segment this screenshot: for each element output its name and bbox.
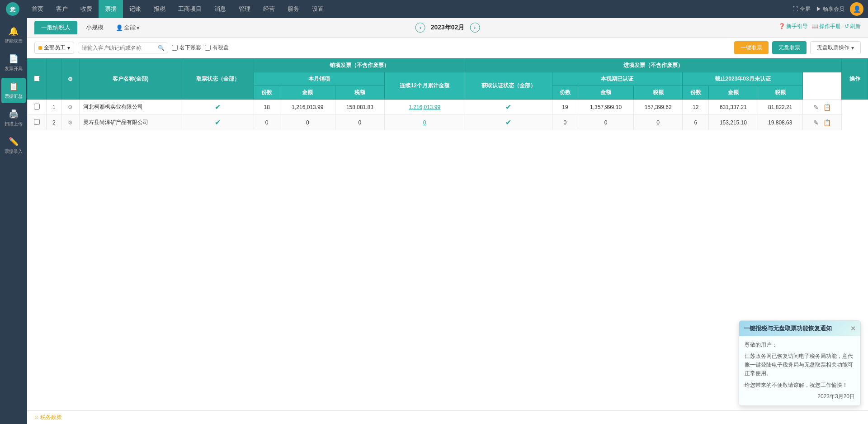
th-cert-status: 获取认证状态（全部） — [465, 72, 552, 100]
sidebar-item-invoice-summary[interactable]: 📋 票据汇总 — [1, 78, 26, 103]
tax-disk-checkbox[interactable]: 有税盘 — [205, 44, 229, 52]
row-index: 1 — [47, 100, 61, 115]
row-settings[interactable]: ⚙ — [61, 115, 79, 130]
dropdown-arrow: ▾ — [67, 45, 70, 51]
invoice-summary-icon: 📋 — [9, 81, 19, 91]
date-navigation: ‹ 2023年02月 › — [415, 23, 480, 33]
notification-greeting: 尊敬的用户： — [745, 341, 855, 349]
edit-icon[interactable]: ✎ — [813, 104, 819, 111]
th-copies-sales: 份数 — [254, 86, 280, 100]
row-tax-sales: 0 — [335, 115, 385, 130]
refresh-btn[interactable]: ↺ 刷新 — [844, 23, 861, 30]
th-index — [47, 59, 61, 100]
nav-service[interactable]: 服务 — [281, 0, 306, 18]
th-copies-cert: 份数 — [552, 86, 578, 100]
row-copies-uncert: 12 — [683, 100, 709, 115]
row-amount-cert: 0 — [578, 115, 634, 130]
select-all-checkbox[interactable] — [34, 76, 40, 81]
th-sales-invoice-group: 销项发票（不含作废票） — [254, 59, 465, 72]
dot-icon — [38, 46, 42, 50]
row-cert-status: ✔ — [465, 115, 552, 130]
search-icon[interactable]: 🔍 — [158, 45, 165, 51]
account-checkbox[interactable] — [172, 45, 178, 51]
fullscreen-btn[interactable]: ⛶ 全屏 — [793, 5, 810, 13]
next-month-btn[interactable]: › — [470, 23, 480, 33]
th-amount-sales: 金额 — [280, 86, 335, 100]
row-tax-sales: 158,081.83 — [335, 100, 385, 115]
th-checkbox — [28, 59, 47, 100]
manual-btn[interactable]: 📖 操作手册 — [811, 23, 841, 30]
nav-business[interactable]: 工商项目 — [172, 0, 208, 18]
nav-fee[interactable]: 收费 — [74, 0, 99, 18]
notification-close-btn[interactable]: ✕ — [850, 325, 856, 332]
notification-header: 一键报税与无盘取票功能恢复通知 ✕ — [739, 321, 860, 336]
notification-body: 尊敬的用户： 江苏政务网已恢复访问电子税务局功能，意代账一键登陆电子税务局与无盘… — [739, 336, 860, 405]
row-amount-sales: 0 — [280, 115, 335, 130]
nav-home[interactable]: 首页 — [25, 0, 50, 18]
nav-manage[interactable]: 管理 — [232, 0, 257, 18]
sidebar-item-label: 票据汇总 — [5, 93, 23, 100]
notification-body1: 江苏政务网已恢复访问电子税务局功能，意代账一键登陆电子税务局与无盘取票相关功能可… — [745, 352, 855, 378]
table-row: 2 ⚙ 灵寿县尚泽矿产品有限公司 ✔ 0 0 0 0 ✔ 0 0 0 6 153… — [28, 115, 868, 130]
avatar[interactable]: 👤 — [850, 2, 863, 16]
sidebar-item-invoice-entry[interactable]: ✏️ 票据录入 — [1, 133, 26, 158]
invoice-entry-icon: ✏️ — [9, 137, 19, 147]
employee-filter[interactable]: 全部员工 ▾ — [34, 42, 74, 54]
row-settings[interactable]: ⚙ — [61, 100, 79, 115]
prev-month-btn[interactable]: ‹ — [415, 23, 425, 33]
nav-tax[interactable]: 报税 — [147, 0, 172, 18]
top-navigation: 意 首页 客户 收费 票据 记账 报税 工商项目 消息 管理 经营 服务 设置 … — [0, 0, 868, 18]
row-cumulative-12: 1,216,013.99 — [384, 100, 465, 115]
notification-title: 一键报税与无盘取票功能恢复通知 — [744, 324, 832, 333]
person-icon: 👤 — [116, 24, 123, 31]
no-disk-btn[interactable]: 无盘取票 — [772, 41, 807, 54]
row-actions: ✎ 📋 — [802, 115, 841, 130]
th-tax-sales: 税额 — [335, 86, 385, 100]
sidebar-item-smart-ticket[interactable]: 🔔 智能取票 — [1, 23, 26, 48]
nav-items: 首页 客户 收费 票据 记账 报税 工商项目 消息 管理 经营 服务 设置 — [25, 0, 793, 18]
row-tax-cert: 157,399.62 — [633, 100, 683, 115]
row-amount-uncert: 153,215.10 — [709, 115, 758, 130]
detail-icon[interactable]: 📋 — [823, 119, 831, 126]
notification-popup: 一键报税与无盘取票功能恢复通知 ✕ 尊敬的用户： 江苏政务网已恢复访问电子税务局… — [739, 320, 861, 406]
main-tab-row: 一般纳税人 小规模 👤 全能 ▾ ‹ 2023年02月 › ❓ 新手引导 — [27, 18, 868, 38]
smart-ticket-icon: 🔔 — [9, 26, 19, 36]
nav-customer[interactable]: 客户 — [50, 0, 74, 18]
nav-settings[interactable]: 设置 — [306, 0, 330, 18]
new-guide-btn[interactable]: ❓ 新手引导 — [778, 23, 808, 30]
nav-message[interactable]: 消息 — [208, 0, 232, 18]
search-input[interactable] — [78, 43, 168, 53]
detail-icon[interactable]: 📋 — [823, 104, 831, 111]
tab-small-scale[interactable]: 小规模 — [79, 21, 110, 34]
row-amount-sales: 1,216,013.99 — [280, 100, 335, 115]
row-checkbox[interactable] — [28, 100, 47, 115]
member-btn[interactable]: ▶ 畅享会员 — [816, 5, 844, 13]
row-tax-uncert: 19,808.63 — [758, 115, 802, 130]
tab-general-taxpayer[interactable]: 一般纳税人 — [34, 21, 77, 34]
one-click-btn[interactable]: 一键取票 — [734, 41, 769, 54]
row-index: 2 — [47, 115, 61, 130]
nav-operation[interactable]: 经营 — [257, 0, 281, 18]
tax-policy-link[interactable]: ⊙ 税务政策 — [34, 414, 62, 421]
nav-accounting[interactable]: 记账 — [123, 0, 147, 18]
account-filter-checkbox[interactable]: 名下账套 — [172, 44, 201, 52]
tab-actions: ❓ 新手引导 📖 操作手册 ↺ 刷新 — [778, 23, 861, 33]
no-disk-ops-btn[interactable]: 无盘取票操作 ▾ — [810, 41, 861, 54]
sidebar-item-scan-upload[interactable]: 🖨️ 扫描上传 — [1, 105, 26, 131]
toolbar-right: 一键取票 无盘取票 无盘取票操作 ▾ — [734, 41, 861, 54]
row-tax-cert: 0 — [633, 115, 683, 130]
tax-checkbox[interactable] — [205, 45, 211, 51]
row-tax-uncert: 81,822.21 — [758, 100, 802, 115]
search-wrap: 🔍 — [78, 43, 168, 53]
nav-invoice[interactable]: 票据 — [99, 0, 123, 18]
footer-bar: ⊙ 税务政策 — [27, 410, 868, 424]
row-customer: 河北柯搴枫实业有限公司 — [80, 100, 182, 115]
sidebar-item-open-invoice[interactable]: 📄 发票开具 — [1, 50, 26, 76]
row-checkbox[interactable] — [28, 115, 47, 130]
edit-icon[interactable]: ✎ — [813, 119, 819, 126]
guide-icon: ❓ — [778, 23, 785, 29]
row-take-status: ✔ — [182, 100, 254, 115]
sidebar: 🔔 智能取票 📄 发票开具 📋 票据汇总 🖨️ 扫描上传 ✏️ 票据录入 — [0, 18, 27, 424]
tab-all[interactable]: 👤 全能 ▾ — [112, 21, 143, 34]
row-copies-sales: 0 — [254, 115, 280, 130]
